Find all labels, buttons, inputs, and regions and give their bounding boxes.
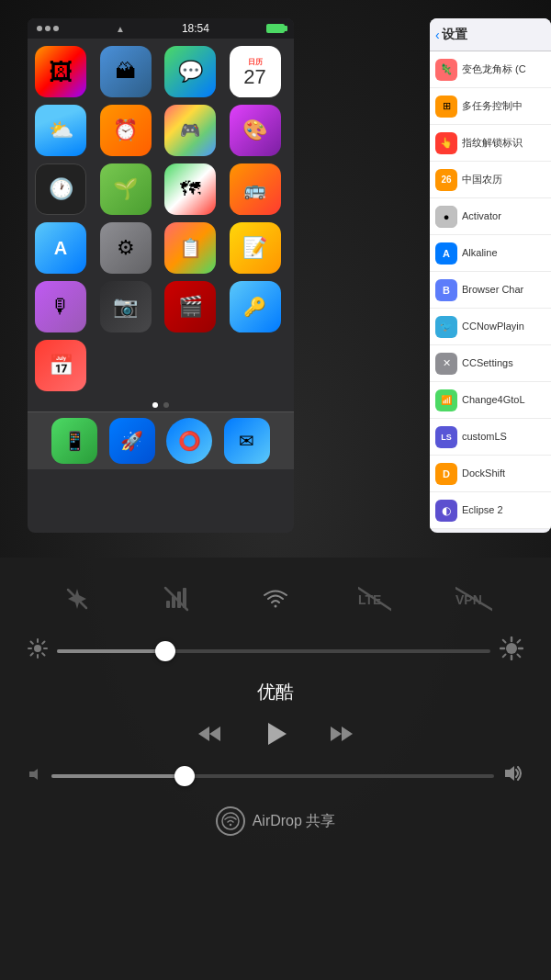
app-1password[interactable]: 🔑	[230, 281, 281, 332]
cellular-toggle[interactable]	[153, 576, 199, 622]
settings-item-icon-activator: ●	[435, 206, 457, 228]
settings-item-eclipse2[interactable]: ◐ Eclipse 2	[430, 492, 551, 529]
settings-item-fingerprint[interactable]: 👆 指纹解锁标识	[430, 125, 551, 162]
volume-slider[interactable]	[51, 774, 494, 778]
svg-point-10	[34, 645, 41, 652]
app-notes[interactable]: 📝	[230, 222, 281, 274]
settings-item-icon-browserchar: B	[435, 279, 457, 301]
app-settings[interactable]: ⚙	[100, 222, 152, 274]
settings-panel: ‹ 设置 🦎 变色龙角标 (C ⊞ 多任务控制中 👆 指纹解锁标识 26 中国农…	[430, 18, 551, 533]
app-landscape[interactable]: 🏔	[100, 46, 152, 97]
settings-item-activator[interactable]: ● Activator	[430, 198, 551, 235]
settings-item-label-biancai: 变色龙角标 (C	[462, 63, 526, 75]
dock-app-mirror[interactable]: 📱	[51, 418, 97, 464]
settings-item-label-browserchar: Browser Char	[462, 284, 523, 296]
settings-item-icon-fingerprint: 👆	[435, 132, 457, 154]
app-appstore[interactable]: A	[35, 222, 86, 274]
svg-line-16	[42, 653, 44, 655]
svg-marker-32	[342, 727, 353, 741]
signal-dots	[37, 26, 59, 31]
settings-item-alkaline[interactable]: A Alkaline	[430, 235, 551, 272]
settings-item-label-customls: customLS	[462, 431, 507, 443]
empty-slot-1	[100, 340, 152, 391]
app-settings-extra[interactable]: 🎨	[230, 105, 281, 156]
settings-item-icon-change4g: 📶	[435, 389, 457, 411]
settings-item-biancai[interactable]: 🦎 变色龙角标 (C	[430, 51, 551, 88]
settings-item-label-ccsettings: CCSettings	[462, 357, 513, 369]
app-weather[interactable]: ⛅	[35, 105, 86, 156]
page-indicator	[28, 399, 294, 411]
settings-item-label-lunar: 中国农历	[462, 174, 502, 186]
svg-marker-31	[331, 727, 342, 741]
settings-item-ccsettings[interactable]: ✕ CCSettings	[430, 345, 551, 382]
brightness-slider[interactable]	[57, 649, 490, 653]
empty-slot-3	[230, 340, 281, 391]
app-clock2[interactable]: 🕐	[35, 163, 86, 215]
settings-nav-bar: ‹ 设置	[430, 18, 551, 51]
wifi-status-icon: ▲	[116, 24, 125, 34]
svg-marker-33	[29, 769, 38, 780]
svg-marker-29	[209, 727, 220, 741]
settings-items-list: 🦎 变色龙角标 (C ⊞ 多任务控制中 👆 指纹解锁标识 26 中国农历 ● A…	[430, 51, 551, 529]
app-messages[interactable]: 💬	[164, 46, 216, 97]
settings-item-label-activator: Activator	[462, 210, 501, 222]
empty-slot-2	[164, 340, 216, 391]
settings-item-label-eclipse2: Eclipse 2	[462, 504, 503, 516]
settings-item-label-multitask: 多任务控制中	[462, 100, 523, 112]
toggle-row: LTE VPN	[28, 576, 523, 622]
airdrop-row[interactable]: AirDrop 共享	[28, 806, 523, 836]
wifi-toggle[interactable]	[253, 576, 298, 622]
settings-item-change4g[interactable]: 📶 Change4GtoL	[430, 382, 551, 419]
settings-item-customls[interactable]: LS customLS	[430, 419, 551, 456]
settings-item-multitask[interactable]: ⊞ 多任务控制中	[430, 88, 551, 125]
settings-item-browserchar[interactable]: B Browser Char	[430, 272, 551, 309]
settings-item-icon-customls: LS	[435, 426, 457, 448]
dock-app-mail[interactable]: ✉	[224, 418, 270, 464]
settings-item-label-alkaline: Alkaline	[462, 247, 498, 259]
app-game-center[interactable]: 🎮	[164, 105, 216, 156]
dock-app-rocket[interactable]: 🚀	[109, 418, 155, 464]
forward-button[interactable]	[327, 719, 356, 749]
app-podcast[interactable]: 🎙	[35, 281, 86, 332]
app-reminders[interactable]: 📋	[164, 222, 216, 274]
app-maps[interactable]: 🗺	[164, 163, 216, 215]
dock-app-circle[interactable]: ⭕	[166, 418, 212, 464]
settings-item-label-dockshift: DockShift	[462, 467, 505, 479]
airdrop-icon	[216, 806, 245, 836]
settings-item-icon-ccnowplaying: 🐦	[435, 316, 457, 338]
app-camera[interactable]: 📷	[100, 281, 152, 332]
settings-item-ccnowplaying[interactable]: 🐦 CCNowPlayin	[430, 309, 551, 345]
brightness-row	[28, 636, 523, 665]
settings-item-dockshift[interactable]: D DockShift	[430, 456, 551, 492]
play-button[interactable]	[261, 719, 290, 749]
settings-item-icon-lunar: 26	[435, 169, 457, 191]
svg-line-18	[31, 653, 33, 655]
vpn-toggle[interactable]: VPN	[451, 576, 497, 622]
battery-indicator	[266, 24, 285, 33]
svg-line-15	[31, 642, 33, 644]
back-arrow-icon[interactable]: ‹	[435, 28, 440, 42]
brightness-high-icon	[500, 636, 523, 665]
rewind-button[interactable]	[195, 719, 224, 749]
app-photos[interactable]: 🖼	[35, 46, 86, 97]
app-grid: 🖼 🏔 💬 日历 27 ⛅ ⏰ 🎮 🎨 🕐 🌱	[28, 39, 294, 399]
app-clock[interactable]: ⏰	[100, 105, 152, 156]
status-time: 18:54	[182, 22, 209, 35]
svg-point-19	[506, 643, 517, 654]
lte-toggle[interactable]: LTE	[352, 576, 398, 622]
app-calendar[interactable]: 日历 27	[230, 46, 281, 97]
settings-item-lunar[interactable]: 26 中国农历	[430, 162, 551, 198]
app-transit[interactable]: 🚌	[230, 163, 281, 215]
volume-low-icon	[28, 767, 42, 784]
app-calendar2[interactable]: 📅	[35, 340, 86, 391]
media-controls	[28, 719, 523, 749]
settings-item-icon-multitask: ⊞	[435, 96, 457, 118]
dock: 📱 🚀 ⭕ ✉	[28, 411, 294, 469]
svg-rect-1	[166, 601, 170, 608]
app-plant[interactable]: 🌱	[100, 163, 152, 215]
settings-item-label-ccnowplaying: CCNowPlayin	[462, 321, 524, 332]
app-movies[interactable]: 🎬	[164, 281, 216, 332]
page-dot-1	[152, 402, 158, 408]
page-dot-2	[163, 402, 169, 408]
airplane-toggle[interactable]	[54, 576, 100, 622]
